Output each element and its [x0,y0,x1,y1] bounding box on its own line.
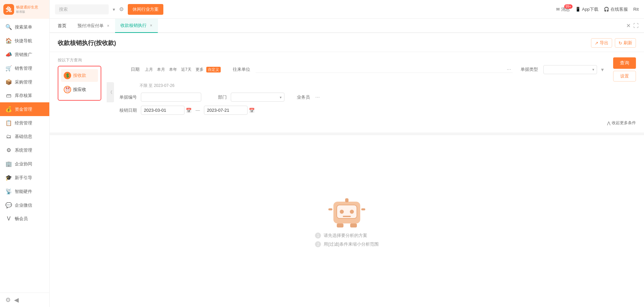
sidebar-item-label-9: 系统管理 [15,147,32,153]
close-tab-icon[interactable]: ✕ [626,22,631,29]
sidebar-item-0[interactable]: 🔍搜索菜单 [0,20,49,34]
search-box[interactable]: 搜索 [55,4,109,14]
date-range-display: 不限 至 2023-07-26 [140,83,636,89]
sidebar-item-icon-4: 📦 [5,79,12,85]
settings-icon[interactable]: ⚙ [5,296,11,304]
svg-point-2 [340,210,344,214]
filter-sidebar-label: 按以下方查询 [58,57,101,63]
sidebar-collapse-button[interactable]: 《 [107,82,114,102]
sidebar-item-icon-10: 🏢 [5,161,12,167]
sidebar-item-12[interactable]: 📡智能硬件 [0,185,49,198]
topbar-gear-icon[interactable]: ⚙ [119,6,124,12]
export-label: 导出 [600,40,608,46]
verify-date-start-cal-icon[interactable]: 📅 [186,108,192,113]
sidebar-item-label-7: 经营管理 [15,120,32,126]
app-label: App下载 [582,6,598,12]
verify-date-end-input[interactable] [204,106,248,115]
collapse-icon[interactable]: ◀ [14,296,19,304]
sidebar-item-6[interactable]: 💰资金管理 [0,102,49,116]
date-dash: — [196,108,200,113]
refresh-label: 刷新 [624,40,632,46]
counterpart-dots[interactable]: ··· [505,66,513,72]
app-download-button[interactable]: 📱 App下载 [575,6,598,12]
date-btn-this-year[interactable]: 本年 [168,66,178,73]
sidebar-item-icon-11: 🎓 [5,174,12,181]
date-btn-7days[interactable]: 近7天 [180,66,193,73]
empty-hint-1: 1 请先选择要分析的方案 [315,233,367,239]
sidebar-item-7[interactable]: 📋经营管理 [0,116,49,130]
sidebar-item-14[interactable]: V畅会员 [0,212,49,225]
message-button[interactable]: ✉ 消息 99+ [556,6,570,12]
date-btn-last-month[interactable]: 上月 [144,66,154,73]
svg-rect-8 [337,223,343,227]
sidebar-item-4[interactable]: 📦采购管理 [0,75,49,89]
sidebar-item-label-11: 新手引导 [15,175,32,181]
verify-date-start-wrap: 📅 [141,106,192,115]
date-options: 上月 本月 本年 近7天 更多 自定义 [144,66,221,73]
sidebar-item-10[interactable]: 🏢企业协同 [0,157,49,171]
tab-verify-close-icon[interactable]: × [150,23,152,28]
doc-type-dots[interactable]: ▾ [600,66,605,73]
staff-dots[interactable]: ··· [314,94,321,100]
service-button[interactable]: 🎧 在线客服 [604,6,628,12]
sidebar-item-2[interactable]: 📣营销推广 [0,48,49,61]
filter-row-1: 日期 上月 本月 本年 近7天 更多 自定义 往来单位 ··· [119,57,636,82]
sidebar-item-icon-7: 📋 [5,120,12,126]
expand-tab-icon[interactable]: ⛶ [633,23,639,29]
search-dropdown-icon[interactable]: ▾ [113,7,115,12]
tab-verify[interactable]: 收款核销执行 × [115,19,158,33]
tab-prepay-close-icon[interactable]: × [107,23,109,28]
sidebar-item-11[interactable]: 🎓新手引导 [0,171,49,185]
doc-type-select[interactable] [543,65,597,74]
query-area: 查询 设置 [613,57,636,82]
counterpart-label: 往来单位 [230,66,250,72]
doc-type-select-wrap [543,65,597,74]
tab-prepay-label: 预付冲应付单 [77,23,104,29]
sidebar-item-9[interactable]: ⚙系统管理 [0,143,49,157]
verify-date-end-wrap: 📅 [204,106,255,115]
query-button[interactable]: 查询 [613,57,636,69]
by-receivable-label: 按应收 [73,87,86,93]
verify-date-start-input[interactable] [141,106,184,115]
sidebar-item-3[interactable]: 🛒销售管理 [0,61,49,75]
empty-robot-svg [327,195,367,228]
tab-home[interactable]: 首页 [52,19,72,33]
collapse-more-button[interactable]: ⋀ 收起更多条件 [607,120,636,126]
logo-text: 畅捷通好生意 [16,5,38,9]
verify-date-end-cal-icon[interactable]: 📅 [249,108,255,113]
empty-num-2: 2 [315,241,321,247]
sidebar-item-icon-5: 🗃 [5,93,12,99]
date-btn-this-month[interactable]: 本月 [156,66,166,73]
main-area: 搜索 ▾ ⚙ 休闲行业方案 ✉ 消息 99+ 📱 App下载 🎧 在线客服 Ri… [50,0,644,307]
refresh-button[interactable]: ↻ 刷新 [615,38,636,48]
sidebar-item-5[interactable]: 🗃库存核算 [0,89,49,102]
filter-main: 日期 上月 本月 本年 近7天 更多 自定义 往来单位 ··· [119,57,636,127]
filter-area: 按以下方查询 💲 按收款 ⏰ 按应收 《 日期 [50,52,644,133]
tab-prepay[interactable]: 预付冲应付单 × [72,19,115,33]
svg-rect-4 [343,216,351,217]
sidebar-item-label-6: 资金管理 [15,106,32,112]
sidebar-item-label-14: 畅会员 [15,216,28,222]
sidebar-item-13[interactable]: 💬企业微信 [0,198,49,212]
app-icon: 📱 [575,7,581,12]
setting-button[interactable]: 设置 [613,71,636,82]
sidebar-item-8[interactable]: 🗂基础信息 [0,130,49,143]
export-button[interactable]: ↗ 导出 [591,38,612,48]
sidebar-item-label-3: 销售管理 [15,65,32,71]
filter-row-2: 单据编号 部门 业务员 ··· [119,93,636,102]
by-receivable-icon: ⏰ [64,86,71,93]
filter-option-by-receivable[interactable]: ⏰ 按应收 [61,83,98,96]
dept-select[interactable] [231,93,284,102]
user-menu[interactable]: Rit [633,7,639,12]
filter-option-by-receipt[interactable]: 💲 按收款 [61,69,98,82]
svg-rect-7 [361,208,365,210]
service-label: 在线客服 [610,6,628,12]
date-btn-more[interactable]: 更多 [194,66,205,73]
solution-button[interactable]: 休闲行业方案 [128,4,163,15]
message-icon: ✉ [556,7,560,12]
sidebar-item-icon-1: 🏠 [5,38,12,44]
doc-no-input[interactable] [141,93,201,102]
logo-text-wrap: 畅捷通好生意 标准版 [16,5,38,14]
date-tag-custom[interactable]: 自定义 [206,67,221,72]
sidebar-item-1[interactable]: 🏠快捷导航 [0,34,49,48]
